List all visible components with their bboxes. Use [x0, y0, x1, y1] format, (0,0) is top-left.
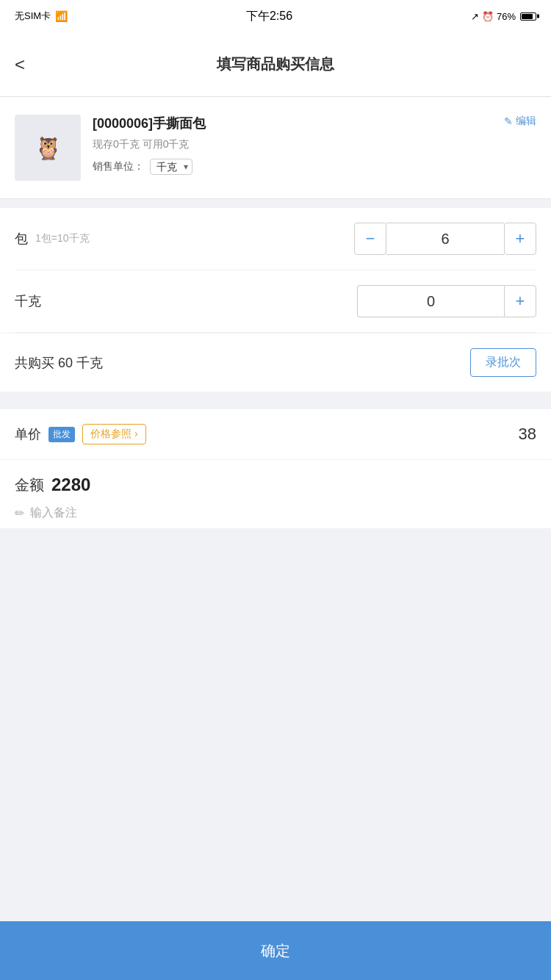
product-name: [0000006]手撕面包	[93, 115, 536, 132]
confirm-bar[interactable]: 确定	[0, 921, 551, 980]
product-image: 🦉	[15, 115, 81, 181]
kg-plus-button[interactable]: +	[504, 285, 536, 317]
price-tag: 批发	[48, 427, 75, 442]
nav-bar: < 填写商品购买信息	[0, 32, 551, 97]
pack-minus-button[interactable]: −	[354, 223, 386, 255]
edit-label: 编辑	[516, 115, 536, 128]
pencil-icon: ✏	[15, 506, 24, 520]
carrier-text: 无SIM卡	[15, 10, 51, 23]
kg-label: 千克	[15, 292, 41, 310]
price-row: 单价 批发 价格参照 › 38	[0, 409, 551, 460]
kg-row: 千克 +	[15, 270, 536, 333]
quantity-section: 包 1包=10千克 − + 千克 +	[0, 208, 551, 333]
status-left: 无SIM卡 📶	[15, 10, 68, 23]
remark-text: 输入备注	[30, 505, 77, 521]
price-value: 38	[519, 425, 536, 444]
status-time: 下午2:56	[246, 9, 292, 24]
total-row: 共购买 60 千克 录批次	[0, 333, 551, 392]
total-label: 共购买 60 千克	[15, 354, 103, 372]
product-logo: 🦉	[35, 135, 62, 161]
section-separator-1	[0, 199, 551, 208]
product-card: 🦉 [0000006]手撕面包 现存0千克 可用0千克 销售单位： 千克 ✎ 编…	[0, 97, 551, 199]
pack-label: 包 1包=10千克	[15, 230, 90, 248]
edit-icon: ✎	[504, 115, 513, 127]
price-ref-button[interactable]: 价格参照 ›	[82, 424, 146, 444]
pack-hint: 1包=10千克	[35, 232, 90, 245]
kg-input[interactable]	[357, 285, 504, 317]
price-label: 单价	[15, 425, 41, 443]
amount-value: 2280	[51, 475, 90, 495]
pack-plus-button[interactable]: +	[504, 223, 536, 255]
section-separator-2	[0, 392, 551, 400]
back-button[interactable]: <	[15, 54, 25, 75]
pack-control: − +	[354, 223, 536, 255]
kg-label-text: 千克	[15, 292, 41, 310]
product-stock: 现存0千克 可用0千克	[93, 138, 536, 151]
amount-row: 金额 2280	[15, 475, 536, 495]
kg-control: +	[357, 285, 536, 317]
pack-label-text: 包	[15, 230, 28, 248]
main-background	[0, 528, 551, 785]
wifi-icon: 📶	[55, 10, 68, 22]
product-info: [0000006]手撕面包 现存0千克 可用0千克 销售单位： 千克	[93, 115, 536, 175]
remark-row[interactable]: ✏ 输入备注	[15, 505, 536, 521]
unit-select-wrapper[interactable]: 千克	[150, 159, 192, 175]
status-bar: 无SIM卡 📶 下午2:56 ↗ ⏰ 76%	[0, 0, 551, 32]
page-title: 填写商品购买信息	[217, 54, 334, 74]
product-unit-row: 销售单位： 千克	[93, 159, 536, 175]
edit-button[interactable]: ✎ 编辑	[504, 115, 536, 128]
pack-input[interactable]	[386, 223, 504, 255]
alarm-icon: ⏰	[482, 11, 494, 22]
amount-section: 金额 2280 ✏ 输入备注	[0, 460, 551, 528]
price-left: 单价 批发 价格参照 ›	[15, 424, 146, 444]
confirm-button[interactable]: 确定	[261, 941, 290, 961]
unit-label: 销售单位：	[93, 160, 144, 173]
battery-percent: 76%	[497, 11, 516, 22]
pack-row: 包 1包=10千克 − +	[15, 208, 536, 270]
unit-select[interactable]: 千克	[150, 159, 192, 175]
battery-icon	[520, 12, 536, 21]
price-section: 单价 批发 价格参照 › 38	[0, 409, 551, 460]
batch-button[interactable]: 录批次	[470, 348, 536, 377]
status-right: ↗ ⏰ 76%	[471, 11, 536, 22]
amount-label: 金额	[15, 475, 44, 495]
location-icon: ↗	[471, 11, 479, 22]
